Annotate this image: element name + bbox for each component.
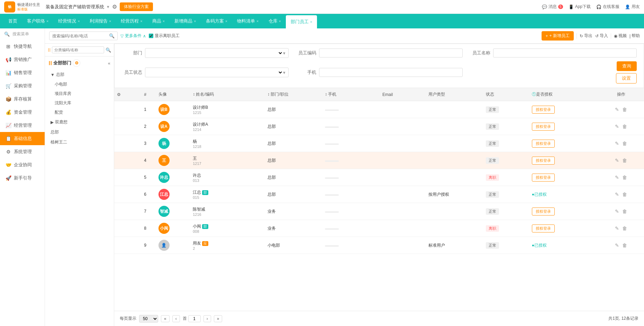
emp-status-select-wrap[interactable]: ▾ <box>145 68 289 77</box>
dept-collapse-button[interactable]: « <box>108 61 110 66</box>
tab-home[interactable]: 首页 <box>3 14 22 28</box>
delete-icon[interactable]: 🗑 <box>622 141 627 146</box>
sidebar-item-purchase[interactable]: 🛒 采购管理 <box>0 79 45 92</box>
auth-login-button[interactable]: 授权登录 <box>532 224 555 232</box>
dept-sub-peihuo[interactable]: 配货 <box>45 108 114 117</box>
export-button[interactable]: ↻ 导出 <box>580 33 592 39</box>
message-button[interactable]: 💬 消息 5 <box>542 4 563 10</box>
tab-customer[interactable]: 客户联络 × <box>22 14 53 28</box>
tab-close-history[interactable]: × <box>140 19 142 23</box>
delete-icon[interactable]: 🗑 <box>622 226 627 231</box>
emp-code-input[interactable] <box>319 49 463 58</box>
trial-button[interactable]: 体验行业方案 <box>120 2 153 11</box>
dept-select-wrap[interactable]: ▾ <box>145 48 289 58</box>
first-page-button[interactable]: « <box>161 315 170 322</box>
tab-barcode[interactable]: 条码方案 × <box>201 14 232 28</box>
dept-search-icon[interactable]: 🔍 <box>106 47 111 53</box>
auth-login-button[interactable]: 授权登录 <box>532 140 555 148</box>
edit-icon[interactable]: ✎ <box>615 124 619 129</box>
dept-search-input[interactable] <box>52 46 104 53</box>
sidebar-item-shortcut[interactable]: ⊞ 快捷导航 <box>0 40 45 53</box>
settings-icon-table[interactable]: ⚙ <box>117 92 121 97</box>
dept-node-zongbu[interactable]: ▼ 总部 <box>45 70 114 80</box>
tab-warehouse[interactable]: 仓库 × <box>264 14 286 28</box>
edit-icon[interactable]: ✎ <box>615 226 619 231</box>
auth-login-button[interactable]: 授权登录 <box>532 123 555 131</box>
emp-name-input[interactable] <box>493 49 637 58</box>
tab-history[interactable]: 经营历程 × <box>116 14 147 28</box>
emp-status-select[interactable] <box>148 70 283 75</box>
add-employee-button[interactable]: + + 新增员工 <box>542 31 574 41</box>
tab-close-warehouse[interactable]: × <box>279 19 281 23</box>
edit-icon[interactable]: ✎ <box>615 243 619 248</box>
tab-close-profit[interactable]: × <box>109 19 111 23</box>
sidebar-item-business-mgmt[interactable]: 📈 经营管理 <box>0 119 45 132</box>
auth-login-button[interactable]: 授权登录 <box>532 106 555 114</box>
delete-icon[interactable]: 🗑 <box>622 175 627 180</box>
dropdown-icon[interactable]: ▾ <box>107 4 109 9</box>
sidebar-item-system[interactable]: ⚙ 系统管理 <box>0 145 45 158</box>
tab-business[interactable]: 经营情况 × <box>53 14 84 28</box>
user-avatar[interactable]: 👤 用友 <box>625 4 640 10</box>
delete-icon[interactable]: 🗑 <box>622 158 627 163</box>
sidebar-item-inventory[interactable]: 📦 库存核算 <box>0 92 45 106</box>
tab-bom[interactable]: 物料清单 × <box>232 14 263 28</box>
tab-close-add-goods[interactable]: × <box>194 19 196 23</box>
sidebar-item-finance[interactable]: 💰 资金管理 <box>0 106 45 119</box>
dept-select[interactable] <box>148 50 283 56</box>
phone-input[interactable] <box>319 68 463 77</box>
col-dept[interactable]: ↕ 部门/职位 <box>265 88 322 101</box>
col-name[interactable]: ↕ 姓名/编码 <box>190 88 265 101</box>
more-conditions-button[interactable]: ▽ 更多条件 ∧ <box>120 33 146 39</box>
dept-node-shuanglu[interactable]: ▶ 双鹿想 <box>45 117 114 127</box>
tab-profit[interactable]: 利润报告 × <box>85 14 116 28</box>
query-button[interactable]: 查询 <box>617 61 637 71</box>
app-download-button[interactable]: 📱 App下载 <box>569 4 591 10</box>
set-button[interactable]: 设置 <box>616 73 637 83</box>
edit-icon[interactable]: ✎ <box>615 141 619 146</box>
delete-icon[interactable]: 🗑 <box>622 107 627 112</box>
more-button[interactable]: | 帮助 <box>629 33 640 39</box>
edit-icon[interactable]: ✎ <box>615 107 619 112</box>
delete-icon[interactable]: 🗑 <box>622 209 627 214</box>
delete-icon[interactable]: 🗑 <box>622 243 627 248</box>
gear-icon[interactable]: ⚙ <box>112 3 117 10</box>
dept-settings-icon[interactable]: ⚙ <box>73 59 80 67</box>
show-resigned-checkbox[interactable] <box>149 34 153 38</box>
edit-icon[interactable]: ✎ <box>615 192 619 197</box>
tab-close-dept[interactable]: × <box>310 20 312 24</box>
sidebar-item-guide[interactable]: 🚀 新手引导 <box>0 171 45 185</box>
import-button[interactable]: ↺ 导入 <box>595 33 608 39</box>
edit-icon[interactable]: ✎ <box>615 158 619 163</box>
edit-icon[interactable]: ✎ <box>615 209 619 214</box>
sidebar-item-collab[interactable]: 🤝 企业协同 <box>0 158 45 171</box>
prev-page-button[interactable]: ‹ <box>172 315 180 322</box>
dept-sub-xiaodianbu[interactable]: 小电部 <box>45 80 114 89</box>
tab-dept-employee[interactable]: 部门员工 × <box>286 15 317 28</box>
auth-login-button[interactable]: 授权登录 <box>532 157 555 165</box>
delete-icon[interactable]: 🗑 <box>622 124 627 129</box>
auth-login-button[interactable]: 授权登录 <box>532 208 555 215</box>
sidebar-item-basic-info[interactable]: 📋 基础信息 <box>0 132 45 145</box>
edit-icon[interactable]: ✎ <box>615 175 619 180</box>
sidebar-item-marketing[interactable]: 📢 营销推广 <box>0 53 45 66</box>
auth-login-button[interactable]: 授权登录 <box>532 174 555 182</box>
tab-goods[interactable]: 商品 × <box>147 14 170 28</box>
online-service-button[interactable]: 🎧 在线客服 <box>596 4 619 10</box>
last-page-button[interactable]: » <box>214 315 223 322</box>
tab-add-goods[interactable]: 新增商品 × <box>170 14 201 28</box>
col-phone[interactable]: ↕ 手机 <box>322 88 380 101</box>
page-size-select[interactable]: 50 100 <box>139 315 158 323</box>
tab-close-bom[interactable]: × <box>256 19 258 23</box>
delete-icon[interactable]: 🗑 <box>622 192 627 197</box>
tab-close-goods[interactable]: × <box>163 19 165 23</box>
sidebar-search[interactable]: 🔍 搜索菜单 <box>0 28 45 40</box>
dept-node-zhishu[interactable]: 植树王二 <box>45 137 114 147</box>
search-icon-toolbar[interactable]: 🔍 <box>109 33 115 38</box>
tab-close-barcode[interactable]: × <box>225 19 227 23</box>
next-page-button[interactable]: › <box>203 315 211 322</box>
dept-sub-shenyangdaku[interactable]: 沈阳大库 <box>45 98 114 108</box>
page-input[interactable] <box>188 315 201 322</box>
dept-node-zongbu2[interactable]: 总部 <box>45 127 114 137</box>
tab-close-customer[interactable]: × <box>46 19 48 23</box>
